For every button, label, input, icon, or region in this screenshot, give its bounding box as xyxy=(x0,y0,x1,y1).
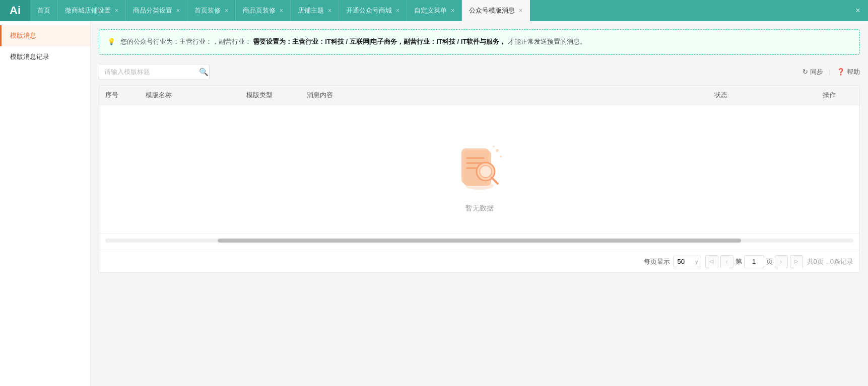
svg-point-7 xyxy=(480,166,492,178)
col-seq: 序号 xyxy=(99,86,140,105)
nav-tab[interactable]: 自定义菜单× xyxy=(407,0,462,21)
scrollbar-area xyxy=(99,233,859,250)
per-page-label: 每页显示 xyxy=(644,257,670,266)
close-all-tabs-button[interactable]: × xyxy=(848,0,868,21)
nav-tabs-container: 首页微商城店铺设置×商品分类设置×首页装修×商品页装修×店铺主题×开通公众号商城… xyxy=(30,0,848,21)
nav-tab[interactable]: 店铺主题× xyxy=(291,0,339,21)
page-label-prefix: 第 xyxy=(736,257,742,266)
col-type: 模版类型 xyxy=(240,86,301,105)
tab-close-icon[interactable]: × xyxy=(396,7,399,14)
svg-point-9 xyxy=(496,149,499,152)
sync-icon: ↻ xyxy=(803,68,808,75)
tab-close-icon[interactable]: × xyxy=(225,7,228,14)
nav-tab[interactable]: 首页装修× xyxy=(187,0,236,21)
search-input[interactable] xyxy=(99,65,194,79)
col-action: 操作 xyxy=(799,86,859,105)
tab-close-icon[interactable]: × xyxy=(115,7,118,14)
page-label-suffix: 页 xyxy=(766,257,773,266)
tab-close-icon[interactable]: × xyxy=(451,7,454,14)
page-number-input[interactable] xyxy=(744,255,764,268)
notice-suffix: 才能正常发送预置的消息。 xyxy=(508,38,586,45)
svg-line-8 xyxy=(492,178,498,184)
tab-close-icon[interactable]: × xyxy=(280,7,283,14)
sidebar-item[interactable]: 模版消息 xyxy=(0,25,90,46)
sidebar-item[interactable]: 模版消息记录 xyxy=(0,46,90,67)
data-table: 序号 模版名称 模版类型 消息内容 状态 操作 xyxy=(99,85,860,273)
svg-point-10 xyxy=(500,156,502,158)
prev-page-button[interactable]: ‹ xyxy=(720,255,733,268)
notice-box: 💡 您的公众号行业为：主营行业：，副营行业： 需要设置为：主营行业：IT科技 /… xyxy=(99,29,860,55)
first-page-button[interactable]: ⊲ xyxy=(705,255,718,268)
page-size-selector: 每页显示 50 20 100 xyxy=(644,256,701,267)
notice-highlight: 需要设置为：主营行业：IT科技 / 互联网|电子商务，副营行业：IT科技 / I… xyxy=(253,38,506,45)
app-logo: Ai xyxy=(0,0,30,21)
tab-close-icon[interactable]: × xyxy=(176,7,180,14)
sync-button[interactable]: ↻ 同步 xyxy=(803,67,823,76)
help-button[interactable]: ❓ 帮助 xyxy=(837,67,860,76)
sidebar: 模版消息模版消息记录 xyxy=(0,21,91,386)
search-button[interactable]: 🔍 xyxy=(194,64,210,80)
bulb-icon: 💡 xyxy=(107,38,115,45)
search-box: 🔍 xyxy=(99,64,210,80)
per-page-select-wrapper: 50 20 100 xyxy=(673,256,701,267)
help-label: 帮助 xyxy=(847,67,860,76)
toolbar: 🔍 ↻ 同步 | ❓ 帮助 xyxy=(99,64,860,80)
divider: | xyxy=(829,68,831,75)
next-page-button[interactable]: › xyxy=(775,255,788,268)
toolbar-right: ↻ 同步 | ❓ 帮助 xyxy=(803,67,860,76)
main-layout: 模版消息模版消息记录 💡 您的公众号行业为：主营行业：，副营行业： 需要设置为：… xyxy=(0,21,868,386)
empty-state: 暂无数据 xyxy=(99,105,859,233)
empty-text: 暂无数据 xyxy=(465,204,494,213)
nav-tab[interactable]: 公众号模版消息× xyxy=(462,0,530,21)
pagination: 每页显示 50 20 100 ⊲ ‹ 第 页 › xyxy=(99,250,859,272)
nav-tab[interactable]: 商品页装修× xyxy=(236,0,291,21)
content-area: 💡 您的公众号行业为：主营行业：，副营行业： 需要设置为：主营行业：IT科技 /… xyxy=(91,21,868,386)
last-page-button[interactable]: ⊳ xyxy=(790,255,803,268)
nav-tab[interactable]: 开通公众号商城× xyxy=(339,0,407,21)
col-content: 消息内容 xyxy=(301,86,708,105)
nav-tab[interactable]: 首页 xyxy=(30,0,58,21)
notice-prefix: 您的公众号行业为：主营行业：，副营行业： xyxy=(120,38,251,45)
page-navigation: ⊲ ‹ 第 页 › ⊳ xyxy=(705,255,803,268)
col-name: 模版名称 xyxy=(140,86,240,105)
nav-tab[interactable]: 微商城店铺设置× xyxy=(58,0,126,21)
tab-close-icon[interactable]: × xyxy=(328,7,331,14)
col-status: 状态 xyxy=(708,86,799,105)
horizontal-scrollbar[interactable] xyxy=(105,239,853,243)
svg-point-11 xyxy=(493,145,495,147)
empty-icon xyxy=(449,135,510,196)
tab-close-icon[interactable]: × xyxy=(519,7,522,14)
top-navigation: Ai 首页微商城店铺设置×商品分类设置×首页装修×商品页装修×店铺主题×开通公众… xyxy=(0,0,868,21)
nav-tab[interactable]: 商品分类设置× xyxy=(126,0,187,21)
table-header: 序号 模版名称 模版类型 消息内容 状态 操作 xyxy=(99,86,859,105)
page-summary: 共0页，0条记录 xyxy=(807,257,853,266)
scrollbar-thumb[interactable] xyxy=(218,239,742,243)
sync-label: 同步 xyxy=(810,67,823,76)
per-page-select[interactable]: 50 20 100 xyxy=(673,256,701,267)
help-icon: ❓ xyxy=(837,68,845,75)
